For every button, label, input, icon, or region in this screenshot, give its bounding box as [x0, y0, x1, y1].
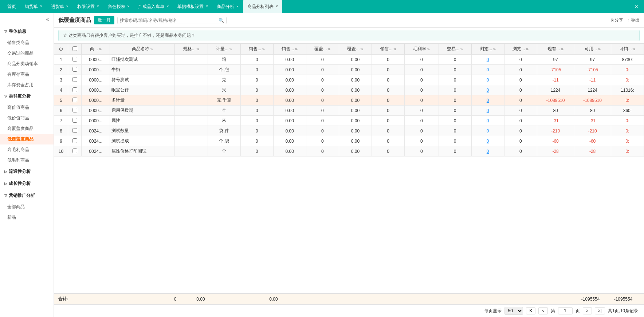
col-header-spec[interactable]: 规格...⇅ — [175, 44, 208, 55]
browse-link[interactable]: 0 — [487, 139, 489, 144]
sidebar-item-sales-goods[interactable]: 销售类商品 — [0, 37, 54, 48]
row-checkbox[interactable] — [68, 106, 81, 116]
browse-link[interactable]: 0 — [487, 118, 489, 123]
col-header-browse2[interactable]: 浏览...⇅ — [504, 44, 537, 55]
row-browse1[interactable]: 0 — [471, 136, 504, 146]
sidebar-item-stock-fund[interactable]: 库存资金占用 — [0, 80, 54, 90]
sidebar-item-low-value[interactable]: 低价值商品 — [0, 113, 54, 123]
row-browse1[interactable]: 0 — [471, 106, 504, 116]
col-header-name[interactable]: 商品名称⇅ — [110, 44, 175, 55]
row-browse1[interactable]: 0 — [471, 146, 504, 156]
last-page-btn[interactable]: >| — [595, 307, 605, 314]
row-browse1[interactable]: 0 — [471, 85, 504, 95]
sidebar-item-high-coverage[interactable]: 高覆盖度商品 — [0, 123, 54, 134]
row-checkbox[interactable] — [68, 126, 81, 136]
window-close-btn[interactable]: × — [632, 3, 641, 9]
nav-goods-analysis[interactable]: 商品分析 × — [212, 0, 243, 13]
col-header-coverage2[interactable]: 覆盖...⇅ — [339, 44, 372, 55]
nav-goods-analysis-close[interactable]: × — [236, 0, 239, 13]
nav-permission-close[interactable]: × — [97, 0, 99, 13]
nav-purchase[interactable]: 进货单 × — [47, 0, 73, 13]
col-header-sales-something[interactable]: 销售...⇅ — [372, 44, 405, 55]
nav-template-close[interactable]: × — [206, 0, 208, 13]
col-header-sellable[interactable]: 可销...⇅ — [611, 44, 644, 55]
col-header-unit[interactable]: 计量...⇅ — [208, 44, 240, 55]
row-checkbox[interactable] — [68, 75, 81, 85]
row-browse1[interactable]: 0 — [471, 116, 504, 126]
nav-goods-analysis-list-close[interactable]: × — [276, 0, 278, 13]
sidebar-item-all-goods[interactable]: 全部商品 — [0, 202, 54, 212]
row-checkbox[interactable] — [68, 136, 81, 146]
row-select-checkbox[interactable] — [72, 87, 77, 92]
nav-sales[interactable]: 销货单 × — [20, 0, 47, 13]
sidebar-section-cluster[interactable]: ▽ 类群度分析 — [0, 90, 54, 102]
col-header-available-stock[interactable]: 可用...⇅ — [574, 44, 611, 55]
row-select-checkbox[interactable] — [72, 57, 77, 62]
nav-role[interactable]: 角色授权 × — [103, 0, 134, 13]
prev-page-btn[interactable]: < — [538, 307, 547, 314]
sidebar-section-growth[interactable]: ▷ 成长性分析 — [0, 178, 54, 190]
nav-role-close[interactable]: × — [127, 0, 130, 13]
row-select-checkbox[interactable] — [72, 77, 77, 82]
export-btn[interactable]: ↑ 导出 — [628, 17, 640, 23]
nav-purchase-close[interactable]: × — [66, 0, 68, 13]
row-select-checkbox[interactable] — [72, 108, 77, 112]
col-header-coverage1[interactable]: 覆盖...⇅ — [306, 44, 339, 55]
row-checkbox[interactable] — [68, 95, 81, 106]
first-page-btn[interactable]: K — [526, 307, 535, 314]
current-page-input[interactable] — [558, 307, 573, 314]
sidebar-item-low-coverage[interactable]: 低覆盖度商品 — [0, 134, 54, 144]
sidebar-item-high-profit[interactable]: 高毛利商品 — [0, 144, 54, 155]
row-checkbox[interactable] — [68, 116, 81, 126]
col-header-sales-amt[interactable]: 销售...⇅ — [273, 44, 306, 55]
row-checkbox[interactable] — [68, 65, 81, 75]
browse-link[interactable]: 0 — [487, 98, 489, 103]
col-header-sales-qty[interactable]: 销售...⇅ — [240, 44, 273, 55]
nav-permission[interactable]: 权限设置 × — [73, 0, 103, 13]
nav-product-storage-close[interactable]: × — [166, 0, 169, 13]
next-page-btn[interactable]: > — [583, 307, 592, 314]
browse-link[interactable]: 0 — [487, 57, 489, 62]
row-select-checkbox[interactable] — [72, 148, 77, 153]
nav-product-storage[interactable]: 产成品入库单 × — [134, 0, 173, 13]
per-page-select[interactable]: 50 10 20 100 — [504, 307, 523, 315]
nav-template[interactable]: 单据模板设置 × — [173, 0, 212, 13]
nav-sales-close[interactable]: × — [40, 0, 42, 13]
col-header-settings[interactable]: ⚙ — [54, 44, 68, 55]
sidebar-section-overall[interactable]: ▽ 整体信息 — [0, 25, 54, 37]
browse-link[interactable]: 0 — [487, 67, 489, 72]
col-header-browse1[interactable]: 浏览...⇅ — [471, 44, 504, 55]
select-all-checkbox[interactable] — [72, 46, 77, 51]
sidebar-collapse-btn[interactable]: « — [0, 13, 54, 25]
col-header-current-stock[interactable]: 现有...⇅ — [537, 44, 574, 55]
sidebar-section-circulation[interactable]: ▷ 流通性分析 — [0, 166, 54, 178]
filter-recent-month-btn[interactable]: 近一月 — [94, 16, 114, 24]
browse-link[interactable]: 0 — [487, 149, 489, 154]
col-header-checkbox[interactable] — [68, 44, 81, 55]
row-browse1[interactable]: 0 — [471, 95, 504, 106]
col-header-transaction[interactable]: 交易...⇅ — [439, 44, 471, 55]
row-select-checkbox[interactable] — [72, 98, 77, 102]
sidebar-section-marketing[interactable]: ▽ 营销推广分析 — [0, 190, 54, 202]
row-checkbox[interactable] — [68, 55, 81, 65]
browse-link[interactable]: 0 — [487, 78, 489, 83]
sidebar-item-category-rate[interactable]: 商品分类动销率 — [0, 59, 54, 69]
col-header-gross-rate[interactable]: 毛利率⇅ — [405, 44, 439, 55]
nav-home[interactable]: 首页 — [3, 0, 20, 13]
row-browse1[interactable]: 0 — [471, 126, 504, 136]
row-browse1[interactable]: 0 — [471, 65, 504, 75]
settings-icon[interactable]: ⚙ — [59, 46, 63, 52]
sidebar-item-high-value[interactable]: 高价值商品 — [0, 102, 54, 113]
search-input[interactable] — [120, 18, 217, 23]
sidebar-item-new-goods[interactable]: 新品 — [0, 212, 54, 223]
col-header-code[interactable]: 商...⇅ — [82, 44, 110, 55]
browse-link[interactable]: 0 — [487, 128, 489, 134]
search-icon[interactable]: 🔍 — [219, 18, 224, 23]
share-btn[interactable]: ⎘ 分享 — [611, 17, 623, 23]
sidebar-item-low-profit[interactable]: 低毛利商品 — [0, 155, 54, 166]
row-select-checkbox[interactable] — [72, 128, 77, 133]
browse-link[interactable]: 0 — [487, 108, 489, 113]
row-checkbox[interactable] — [68, 85, 81, 95]
row-browse1[interactable]: 0 — [471, 55, 504, 65]
nav-goods-analysis-list[interactable]: 商品分析列表 × — [243, 0, 282, 13]
